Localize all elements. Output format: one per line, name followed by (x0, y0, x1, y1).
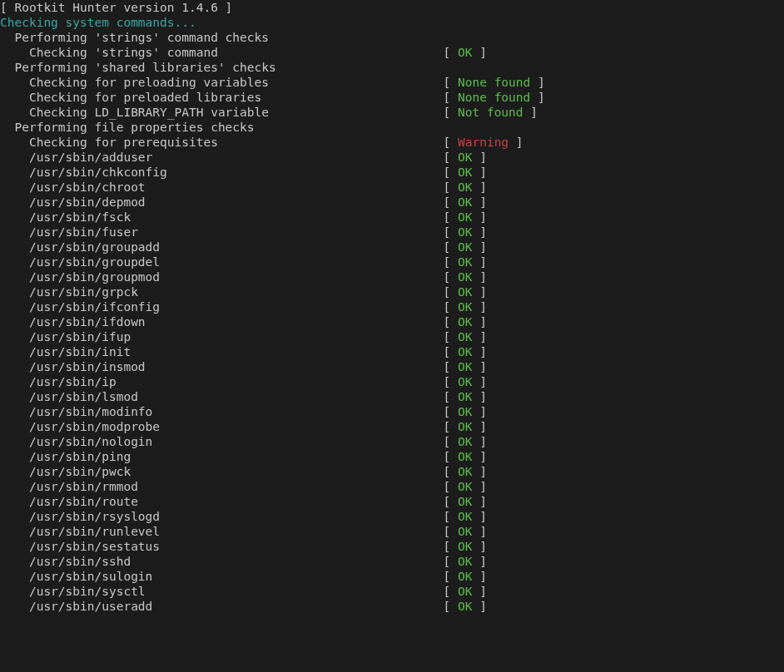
check-status: OK (458, 495, 472, 508)
terminal-line: /usr/sbin/grpck [ OK ] (0, 284, 784, 299)
check-label: /usr/sbin/useradd (0, 600, 444, 613)
check-status: OK (458, 600, 472, 613)
bracket-close: ] (472, 405, 486, 418)
bracket-close: ] (472, 435, 486, 448)
bracket-open: [ (444, 540, 458, 553)
terminal-line: [ Rootkit Hunter version 1.4.6 ] (0, 0, 784, 15)
bracket-close: ] (472, 300, 486, 314)
bracket-open: [ (444, 225, 458, 239)
terminal-line: /usr/sbin/ifdown [ OK ] (0, 314, 784, 329)
terminal-line: /usr/sbin/ip [ OK ] (0, 374, 784, 389)
header-title: [ Rootkit Hunter version 1.4.6 ] (0, 1, 232, 14)
check-label: /usr/sbin/runlevel (0, 525, 444, 538)
terminal-line: /usr/sbin/sestatus [ OK ] (0, 539, 784, 554)
bracket-close: ] (523, 106, 538, 119)
terminal-line: /usr/sbin/lsmod [ OK ] (0, 389, 784, 404)
check-label: /usr/sbin/groupadd (0, 240, 444, 254)
check-status: None found (458, 76, 530, 89)
check-label: Checking for prerequisites (0, 136, 444, 149)
bracket-close: ] (472, 345, 486, 358)
bracket-close: ] (472, 600, 486, 613)
bracket-close: ] (509, 136, 523, 149)
terminal-line: /usr/sbin/chroot [ OK ] (0, 180, 784, 195)
check-status: OK (458, 151, 472, 164)
check-status: OK (458, 195, 472, 209)
check-label: /usr/sbin/modinfo (0, 405, 444, 418)
bracket-open: [ (444, 91, 458, 104)
terminal-line: /usr/sbin/pwck [ OK ] (0, 464, 784, 479)
bracket-open: [ (444, 435, 458, 448)
check-label: /usr/sbin/groupmod (0, 270, 444, 284)
check-status: OK (458, 270, 472, 284)
check-status: OK (458, 390, 472, 403)
bracket-open: [ (444, 300, 458, 314)
check-status: OK (458, 240, 472, 254)
terminal-line: Checking for prerequisites [ Warning ] (0, 135, 784, 150)
check-label: /usr/sbin/ifup (0, 330, 444, 343)
bracket-close: ] (472, 195, 486, 209)
bracket-open: [ (444, 345, 458, 358)
check-label: /usr/sbin/rsyslogd (0, 510, 444, 523)
check-status: OK (458, 585, 472, 598)
check-group-title: Performing file properties checks (0, 121, 255, 134)
bracket-open: [ (444, 136, 458, 149)
check-label: /usr/sbin/modprobe (0, 420, 444, 433)
check-label: /usr/sbin/ifdown (0, 315, 444, 329)
check-status: OK (458, 405, 472, 418)
bracket-close: ] (472, 330, 486, 343)
terminal-line: /usr/sbin/fsck [ OK ] (0, 210, 784, 225)
terminal-line: /usr/sbin/groupadd [ OK ] (0, 240, 784, 254)
bracket-close: ] (472, 390, 486, 403)
check-label: /usr/sbin/chroot (0, 180, 444, 194)
bracket-close: ] (530, 91, 544, 104)
terminal-line: /usr/sbin/groupdel [ OK ] (0, 254, 784, 269)
terminal-line: /usr/sbin/rmmod [ OK ] (0, 479, 784, 494)
terminal-line: /usr/sbin/runlevel [ OK ] (0, 524, 784, 539)
bracket-open: [ (444, 180, 458, 194)
terminal-line: /usr/sbin/modprobe [ OK ] (0, 419, 784, 434)
bracket-open: [ (444, 210, 458, 224)
check-status: OK (458, 285, 472, 299)
terminal-line: /usr/sbin/nologin [ OK ] (0, 434, 784, 449)
check-label: /usr/sbin/chkconfig (0, 166, 444, 179)
terminal-line: Performing 'strings' command checks (0, 30, 784, 45)
bracket-close: ] (472, 270, 486, 284)
bracket-close: ] (472, 285, 486, 299)
bracket-close: ] (472, 255, 486, 269)
bracket-close: ] (472, 225, 486, 239)
terminal-line: /usr/sbin/route [ OK ] (0, 494, 784, 509)
check-status: OK (458, 435, 472, 448)
bracket-open: [ (444, 255, 458, 269)
terminal-line: /usr/sbin/modinfo [ OK ] (0, 404, 784, 419)
check-label: /usr/sbin/insmod (0, 360, 444, 373)
check-label: /usr/sbin/lsmod (0, 390, 444, 403)
check-label: Checking LD_LIBRARY_PATH variable (0, 106, 444, 119)
bracket-close: ] (472, 360, 486, 373)
check-label: /usr/sbin/grpck (0, 285, 444, 299)
check-label: /usr/sbin/ip (0, 375, 444, 388)
check-label: Checking 'strings' command (0, 46, 444, 59)
check-status: OK (458, 570, 472, 583)
bracket-close: ] (472, 570, 486, 583)
check-status: OK (458, 255, 472, 269)
check-status: OK (458, 555, 472, 568)
bracket-open: [ (444, 46, 458, 59)
bracket-open: [ (444, 360, 458, 373)
bracket-close: ] (472, 465, 486, 478)
terminal-line: /usr/sbin/ifconfig [ OK ] (0, 299, 784, 314)
check-label: Checking for preloading variables (0, 76, 444, 89)
check-label: /usr/sbin/sulogin (0, 570, 444, 583)
check-label: /usr/sbin/init (0, 345, 444, 358)
terminal-line: /usr/sbin/useradd [ OK ] (0, 599, 784, 614)
terminal-line: /usr/sbin/depmod [ OK ] (0, 195, 784, 210)
check-label: /usr/sbin/route (0, 495, 444, 508)
terminal-line: /usr/sbin/insmod [ OK ] (0, 359, 784, 374)
terminal-line: /usr/sbin/init [ OK ] (0, 344, 784, 359)
check-group-title: Performing 'shared libraries' checks (0, 61, 276, 74)
check-label: /usr/sbin/sshd (0, 555, 444, 568)
bracket-open: [ (444, 330, 458, 343)
check-label: /usr/sbin/ping (0, 450, 444, 463)
bracket-open: [ (444, 240, 458, 254)
bracket-open: [ (444, 420, 458, 433)
check-status: OK (458, 315, 472, 329)
